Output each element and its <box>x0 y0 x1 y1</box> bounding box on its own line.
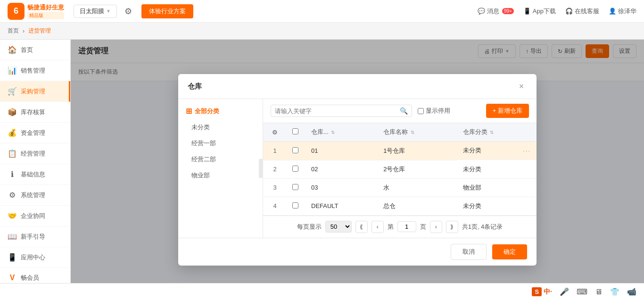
basic-info-icon: ℹ <box>8 170 17 179</box>
col-name: 仓库名称 ⇅ <box>378 123 457 142</box>
row-num-3: 3 <box>263 178 287 197</box>
confirm-button[interactable]: 确定 <box>492 244 527 259</box>
col-gear-icon: ⚙ <box>272 129 278 136</box>
camera-icon[interactable]: 📹 <box>627 287 636 296</box>
table-row[interactable]: 4 DEFAULT 总仓 未分类 <box>263 197 537 215</box>
show-disabled-checkbox[interactable]: 显示停用 <box>418 107 450 115</box>
experience-button[interactable]: 体验行业方案 <box>141 4 193 18</box>
header-right: 💬 消息 99+ 📱 App下载 🎧 在线客服 👤 徐泽华 <box>478 7 636 16</box>
sidebar-item-app[interactable]: 📱 应用中心 <box>0 247 70 268</box>
row-check-2 <box>287 160 305 178</box>
warehouse-table: ⚙ 仓库... ⇅ <box>263 123 537 216</box>
table-row[interactable]: 1 01 1号仓库 未分类 ··· <box>263 142 537 160</box>
row-checkbox-4[interactable] <box>292 202 298 208</box>
sidebar-collapse-button[interactable]: 《 <box>259 159 263 178</box>
dropdown-chevron-icon: ▼ <box>106 8 111 14</box>
system-icon: ⚙ <box>8 191 17 200</box>
col-category: 仓库分类 ⇅ <box>457 123 537 142</box>
store-dropdown[interactable]: 日太阳膜 ▼ <box>74 5 117 18</box>
home-icon: 🏠 <box>8 45 17 54</box>
category-item-ops1[interactable]: 经营一部 <box>178 135 263 151</box>
modal-toolbar: 🔍 显示停用 + 新增仓库 <box>263 99 537 123</box>
row-category-1: 未分类 ··· <box>457 142 537 160</box>
modal-footer: 取消 确定 <box>178 238 537 266</box>
row-code-1: 01 <box>305 142 378 160</box>
keyboard-icon[interactable]: ⌨ <box>577 287 587 296</box>
grid-icon: ⊞ <box>186 107 192 116</box>
row-checkbox-1[interactable] <box>292 147 298 153</box>
modal-close-button[interactable]: × <box>516 81 527 92</box>
table-row[interactable]: 2 02 2号仓库 未分类 <box>263 160 537 178</box>
cancel-button[interactable]: 取消 <box>451 244 487 260</box>
modal-backdrop: 仓库 × ⊞ 全部分类 未分类 经营一部 经营二部 物业部 <box>71 40 644 300</box>
sidebar-item-inventory[interactable]: 📦 库存核算 <box>0 102 70 123</box>
row-actions-1[interactable]: ··· <box>523 147 531 154</box>
page-summary: 共1页, 4条记录 <box>462 223 503 231</box>
guide-icon: 📖 <box>8 232 17 241</box>
select-all-checkbox[interactable] <box>292 128 298 134</box>
bottom-logo-text: 中· <box>544 288 552 296</box>
sidebar-item-guide[interactable]: 📖 新手引导 <box>0 226 70 247</box>
finance-icon: 💰 <box>8 128 17 137</box>
sales-icon: 📊 <box>8 66 17 75</box>
sidebar-item-operations[interactable]: 📋 经营管理 <box>0 143 70 164</box>
row-checkbox-2[interactable] <box>292 166 298 172</box>
message-btn[interactable]: 💬 消息 99+ <box>478 7 514 16</box>
breadcrumb-home[interactable]: 首页 <box>8 27 19 35</box>
sidebar-item-home[interactable]: 🏠 首页 <box>0 40 70 60</box>
sidebar-item-sales[interactable]: 📊 销售管理 <box>0 60 70 81</box>
bottom-logo: S 中· <box>532 287 552 296</box>
sort-code-icon[interactable]: ⇅ <box>331 130 335 135</box>
app-download-btn[interactable]: 📱 App下载 <box>523 7 556 16</box>
modal-header: 仓库 × <box>178 74 537 99</box>
modal-category-sidebar: ⊞ 全部分类 未分类 经营一部 经营二部 物业部 《 <box>178 99 263 238</box>
customer-service-btn[interactable]: 🎧 在线客服 <box>565 7 599 16</box>
sidebar-item-cooperation[interactable]: 🤝 企业协同 <box>0 206 70 226</box>
page-number-input[interactable] <box>397 221 416 232</box>
sidebar-item-system[interactable]: ⚙ 系统管理 <box>0 185 70 206</box>
sidebar-item-purchase[interactable]: 🛒 采购管理 <box>0 81 70 102</box>
microphone-icon[interactable]: 🎤 <box>560 287 569 296</box>
sidebar-item-basic-info[interactable]: ℹ 基础信息 <box>0 164 70 185</box>
sort-name-icon[interactable]: ⇅ <box>411 130 414 135</box>
category-item-unclassified[interactable]: 未分类 <box>178 119 263 135</box>
category-item-ops2[interactable]: 经营二部 <box>178 151 263 167</box>
breadcrumb: 首页 › 进货管理 <box>8 27 51 35</box>
table-row[interactable]: 3 03 水 物业部 <box>263 178 537 197</box>
pagination: 每页显示 50 20 100 ⟪ ‹ 第 页 › <box>263 216 537 238</box>
row-code-3: 03 <box>305 178 378 197</box>
category-item-property[interactable]: 物业部 <box>178 167 263 183</box>
row-checkbox-3[interactable] <box>292 184 298 190</box>
row-category-4: 未分类 <box>457 197 537 215</box>
search-box: 🔍 <box>271 105 412 117</box>
all-category-item[interactable]: ⊞ 全部分类 <box>178 103 263 119</box>
row-name-2: 2号仓库 <box>378 160 457 178</box>
search-icon[interactable]: 🔍 <box>400 107 408 115</box>
new-warehouse-button[interactable]: + 新增仓库 <box>486 104 529 118</box>
operations-icon: 📋 <box>8 149 17 158</box>
row-num-2: 2 <box>263 160 287 178</box>
row-code-2: 02 <box>305 160 378 178</box>
user-menu[interactable]: 👤 徐泽华 <box>609 7 636 16</box>
last-page-button[interactable]: ⟫ <box>446 221 458 233</box>
settings-icon[interactable]: ⚙ <box>121 4 136 19</box>
logo-icon: 6 <box>8 3 25 20</box>
search-input[interactable] <box>275 108 400 115</box>
breadcrumb-separator: › <box>23 28 25 34</box>
main-layout: 🏠 首页 📊 销售管理 🛒 采购管理 📦 库存核算 💰 资金管理 📋 经营管理 … <box>0 40 644 300</box>
top-header: 6 畅捷通好生意 精品版 日太阳膜 ▼ ⚙ 体验行业方案 💬 消息 99+ 📱 … <box>0 0 644 23</box>
shirt-icon[interactable]: 👕 <box>610 287 619 296</box>
row-check-1 <box>287 142 305 160</box>
sort-category-icon[interactable]: ⇅ <box>490 130 494 135</box>
row-name-1: 1号仓库 <box>378 142 457 160</box>
next-page-button[interactable]: › <box>430 221 442 233</box>
per-page-select[interactable]: 50 20 100 <box>325 221 352 233</box>
first-page-button[interactable]: ⟪ <box>355 221 368 233</box>
monitor-icon[interactable]: 🖥 <box>595 288 603 296</box>
row-num-1: 1 <box>263 142 287 160</box>
show-disabled-check[interactable] <box>418 108 424 114</box>
sidebar-item-finance[interactable]: 💰 资金管理 <box>0 123 70 143</box>
modal-main-content: 🔍 显示停用 + 新增仓库 <box>263 99 537 238</box>
modal-body: ⊞ 全部分类 未分类 经营一部 经营二部 物业部 《 <box>178 99 537 238</box>
prev-page-button[interactable]: ‹ <box>372 221 384 233</box>
